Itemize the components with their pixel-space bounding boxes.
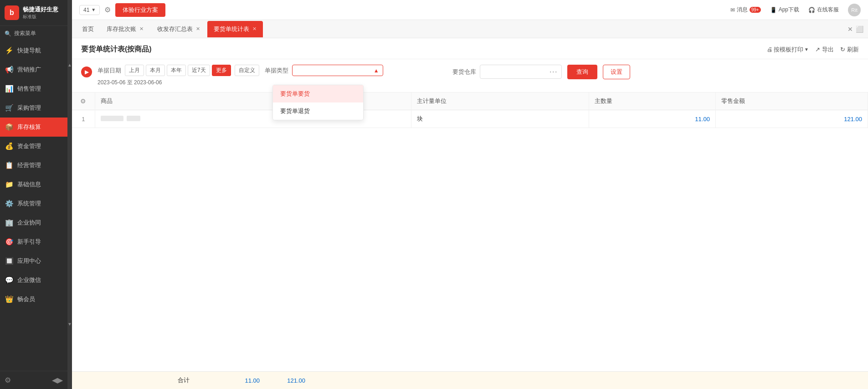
app-download-label: App下载: [779, 6, 799, 14]
sidebar: b 畅捷通好生意 标准版 🔍 搜索菜单 ⚡ 快捷导航 📢 营销推广 📊 销售管理…: [0, 0, 67, 389]
system-icon: ⚙️: [5, 199, 14, 208]
tabs-right: ✕ ⬜: [847, 26, 863, 33]
row-amount[interactable]: 121.00: [715, 110, 868, 128]
tab-close-all-icon[interactable]: ✕: [847, 26, 853, 33]
footer-amount: 121.00: [260, 377, 305, 384]
search-label: 搜索菜单: [14, 30, 36, 37]
date-filter-row: 单据日期 上月 本月 本年 近7天 更多 自定义: [98, 65, 259, 76]
print-icon: 🖨: [767, 46, 773, 53]
sidebar-item-enterprise-wechat[interactable]: 💬 企业微信: [0, 271, 67, 290]
tab-order-stats-close[interactable]: ✕: [252, 26, 257, 32]
sidebar-item-system[interactable]: ⚙️ 系统管理: [0, 194, 67, 213]
header-actions: 🖨 按模板打印 ▼ ↗ 导出 ↻ 刷新: [767, 46, 859, 54]
scroll-up-arrow[interactable]: ▲: [67, 0, 72, 130]
sidebar-scroll-track: ▲ ▼: [67, 0, 72, 389]
type-dropdown: 要货单要货 要货单退货: [272, 85, 364, 120]
tab-inventory-batch-label: 库存批次账: [107, 25, 136, 33]
dropdown-item-return-order[interactable]: 要货单退货: [273, 102, 363, 120]
sidebar-bottom: ⚙ ◀▶: [0, 371, 67, 389]
tab-receive-summary-close[interactable]: ✕: [196, 26, 200, 32]
tab-order-stats[interactable]: 要货单统计表 ✕: [207, 21, 263, 37]
tab-inventory-batch-close[interactable]: ✕: [139, 26, 144, 32]
sidebar-item-guide[interactable]: 🎯 新手引导: [0, 232, 67, 251]
dropdown-item-purchase-order[interactable]: 要货单要货: [273, 85, 363, 102]
store-selector[interactable]: 41 ▼: [79, 5, 100, 15]
app-version: 标准版: [23, 14, 58, 20]
sidebar-item-label: 应用中心: [17, 257, 41, 265]
tab-receive-summary[interactable]: 收发存汇总表 ✕: [151, 21, 206, 37]
messages-action[interactable]: ✉ 消息 99+: [730, 6, 761, 14]
type-select-input[interactable]: ▲: [292, 65, 383, 76]
more-options-btn[interactable]: ···: [550, 67, 558, 77]
export-icon: ↗: [815, 46, 820, 53]
vip-icon: 👑: [5, 295, 14, 304]
inventory-icon: 📦: [5, 123, 14, 132]
warehouse-input[interactable]: ···: [480, 65, 562, 79]
sidebar-item-label: 资金管理: [17, 142, 41, 150]
operations-icon: 📋: [5, 161, 14, 170]
sidebar-item-operations[interactable]: 📋 经营管理: [0, 156, 67, 175]
date-btn-more[interactable]: 更多: [212, 65, 231, 76]
sidebar-item-purchase[interactable]: 🛒 采购管理: [0, 98, 67, 118]
col-unit-header: 主计量单位: [411, 92, 589, 110]
export-label: 导出: [822, 46, 834, 54]
user-avatar[interactable]: Rit: [848, 4, 861, 16]
sidebar-item-app-center[interactable]: 🔲 应用中心: [0, 251, 67, 271]
tab-receive-summary-label: 收发存汇总表: [157, 25, 193, 33]
search-icon: 🔍: [5, 31, 11, 37]
footer-total-text: 合计: [178, 377, 190, 384]
app-download-action[interactable]: 📱 App下载: [770, 6, 799, 14]
sidebar-item-finance[interactable]: 💰 资金管理: [0, 137, 67, 156]
date-btn-last-month[interactable]: 上月: [125, 65, 144, 76]
date-btn-last-7days[interactable]: 近7天: [188, 65, 210, 76]
table-container: ⚙ 商品 主计量单位 主数量 零售金额 1: [72, 92, 868, 371]
date-btn-this-month[interactable]: 本月: [146, 65, 165, 76]
table-row: 1 块 11.00 121.00: [72, 110, 868, 128]
export-btn[interactable]: ↗ 导出: [815, 46, 834, 54]
tab-inventory-batch[interactable]: 库存批次账 ✕: [100, 21, 150, 37]
sidebar-item-label: 销售管理: [17, 85, 41, 93]
sidebar-item-sales[interactable]: 📊 销售管理: [0, 79, 67, 98]
tab-home[interactable]: 首页: [77, 21, 99, 37]
sidebar-item-basic-info[interactable]: 📁 基础信息: [0, 175, 67, 194]
guide-icon: 🎯: [5, 237, 14, 246]
setting-btn[interactable]: 设置: [603, 65, 630, 79]
sidebar-item-label: 基础信息: [17, 180, 41, 189]
quick-nav-icon: ⚡: [5, 46, 14, 55]
date-btn-this-year[interactable]: 本年: [167, 65, 186, 76]
collapse-icon[interactable]: ◀▶: [52, 376, 63, 384]
scroll-down-arrow[interactable]: ▼: [67, 259, 72, 389]
row-product: [95, 110, 411, 128]
enterprise-icon: 🏢: [5, 218, 14, 227]
sidebar-item-label: 企业微信: [17, 276, 41, 284]
date-quick-btns: 上月 本月 本年 近7天 更多: [125, 65, 231, 76]
sidebar-item-quick-nav[interactable]: ⚡ 快捷导航: [0, 41, 67, 60]
sidebar-item-inventory[interactable]: 📦 库存核算: [0, 118, 67, 137]
sidebar-item-vip[interactable]: 👑 畅会员: [0, 290, 67, 309]
type-select-field[interactable]: [296, 67, 374, 74]
sidebar-item-enterprise[interactable]: 🏢 企业协同: [0, 213, 67, 232]
store-number: 41: [83, 7, 89, 13]
sales-icon: 📊: [5, 84, 14, 93]
print-dropdown-icon: ▼: [804, 47, 809, 52]
industry-btn[interactable]: 体验行业方案: [115, 3, 165, 17]
topbar-gear-icon[interactable]: ⚙: [104, 5, 111, 14]
topbar-right: ✉ 消息 99+ 📱 App下载 🎧 在线客服 Rit: [730, 4, 861, 16]
product-name-placeholder: [101, 116, 123, 121]
type-chevron-up-icon: ▲: [374, 67, 379, 74]
date-filter-label: 单据日期: [98, 67, 121, 75]
table-settings-icon[interactable]: ⚙: [80, 97, 86, 105]
refresh-icon: ↻: [840, 46, 845, 53]
row-quantity[interactable]: 11.00: [589, 110, 716, 128]
sidebar-item-marketing[interactable]: 📢 营销推广: [0, 60, 67, 79]
sidebar-search[interactable]: 🔍 搜索菜单: [0, 26, 67, 41]
message-icon: ✉: [730, 7, 735, 13]
expand-filter-btn[interactable]: ▶: [81, 67, 92, 77]
tab-maximize-icon[interactable]: ⬜: [856, 26, 863, 33]
query-btn[interactable]: 查询: [567, 65, 597, 79]
online-service-action[interactable]: 🎧 在线客服: [808, 6, 839, 14]
date-btn-custom[interactable]: 自定义: [235, 65, 259, 76]
settings-gear-icon[interactable]: ⚙: [5, 376, 11, 384]
print-btn[interactable]: 🖨 按模板打印 ▼: [767, 46, 809, 54]
refresh-btn[interactable]: ↻ 刷新: [840, 46, 859, 54]
